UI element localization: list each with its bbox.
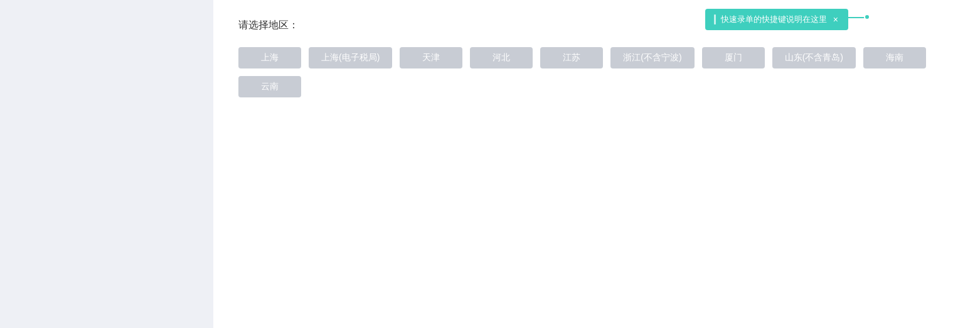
tooltip-bar [714, 14, 716, 25]
region-buttons-container: 上海上海(电子税局)天津河北江苏浙江(不含宁波)厦门山东(不含青岛)海南云南 [238, 47, 955, 97]
tooltip-close-button[interactable]: × [832, 15, 839, 24]
region-button[interactable]: 天津 [400, 47, 462, 68]
region-button[interactable]: 河北 [470, 47, 533, 68]
region-button[interactable]: 浙江(不含宁波) [610, 47, 694, 68]
region-button[interactable]: 上海 [238, 47, 301, 68]
region-button[interactable]: 海南 [863, 47, 926, 68]
tooltip-banner: 快速录单的快捷键说明在这里 × [705, 9, 848, 30]
region-button[interactable]: 上海(电子税局) [309, 47, 392, 68]
region-button[interactable]: 云南 [238, 76, 301, 97]
region-button[interactable]: 厦门 [702, 47, 765, 68]
dot-indicator [864, 14, 870, 20]
region-button[interactable]: 山东(不含青岛) [772, 47, 856, 68]
left-panel [0, 0, 213, 328]
main-content: 请选择地区： 上海上海(电子税局)天津河北江苏浙江(不含宁波)厦门山东(不含青岛… [213, 0, 980, 328]
tooltip-text: 快速录单的快捷键说明在这里 [721, 14, 827, 25]
region-button[interactable]: 江苏 [540, 47, 603, 68]
